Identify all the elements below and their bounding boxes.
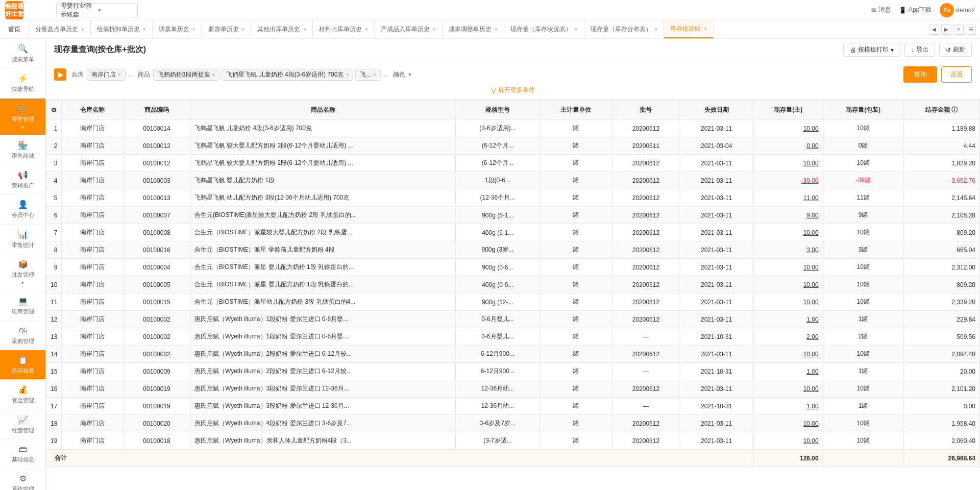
tab-pici[interactable]: 库存批次账 × (664, 20, 714, 38)
tab-close-icon[interactable]: × (365, 27, 368, 32)
settings-button[interactable]: 设置 (941, 66, 972, 83)
tab-close-icon[interactable]: × (575, 27, 578, 32)
tab-xianzun2[interactable]: 现存量（库存分布表） × (584, 20, 665, 38)
cell-qty[interactable]: 1.00 (754, 311, 823, 328)
user-avatar[interactable]: Ea demo2 (940, 3, 975, 17)
message-btn[interactable]: ✉ 消息 (871, 6, 891, 14)
tab-cailiao[interactable]: 材料出库单历史 × (313, 20, 375, 38)
tab-close-icon[interactable]: × (433, 27, 436, 32)
cell-qty[interactable]: 9.00 (754, 207, 823, 224)
table-row: 7 南岸门店 00100008 合生元（BIOSTIME）派星较大婴儿配方奶粉 … (46, 224, 980, 241)
filter-more-btn[interactable]: ... (128, 71, 133, 78)
cell-qty[interactable]: 10.00 (754, 259, 823, 276)
cell-qty[interactable]: 1.00 (754, 398, 823, 415)
sidebar-item-market[interactable]: 📢 营销推广 (0, 165, 45, 194)
filter-actions: 查询 设置 (903, 66, 972, 83)
print-button[interactable]: 🖨 按模板打印 ▾ (843, 43, 900, 57)
tab-yaohuo[interactable]: 要货单历史 × (202, 20, 252, 38)
th-setting[interactable]: ⚙ (46, 101, 62, 120)
cell-qty[interactable]: 10.00 (754, 346, 823, 363)
sidebar-item-purchase[interactable]: 🛍 采购管理 (0, 321, 45, 350)
sidebar-item-ops[interactable]: 📈 经营管理 (0, 410, 45, 439)
cell-amount: 2,060.40 (903, 432, 979, 450)
export-button[interactable]: ↓ 导出 (904, 43, 935, 57)
table-row: 5 南岸门店 00100013 飞鹤星飞帆 幼儿配方奶粉 3段(12-36个月幼… (46, 189, 980, 207)
sidebar-item-search[interactable]: 🔍 搜索菜单 (0, 39, 45, 68)
table-row: 12 南岸门店 00100002 惠氏启赋（Wyeth illuma）1段奶粉 … (46, 311, 980, 328)
header-actions: 🖨 按模板打印 ▾ ↓ 导出 ↺ 刷新 (843, 43, 972, 57)
cell-qty[interactable]: 10.00 (754, 155, 823, 172)
tab-close-icon[interactable]: × (242, 27, 245, 32)
sidebar-item-batch[interactable]: 📦 批发管理 ▾ (0, 254, 45, 291)
tab-menu-btn[interactable]: ☰ (966, 24, 976, 35)
cell-qty[interactable]: 10.00 (754, 380, 823, 398)
sidebar-item-quick[interactable]: ⚡ 快捷导航 (0, 68, 45, 98)
cell-spec: 900g (0-6... (456, 259, 540, 276)
tab-close-icon[interactable]: × (655, 27, 658, 32)
tab-close-icon[interactable]: × (495, 27, 498, 32)
warehouse-tag: 南岸门店 × (87, 69, 126, 81)
color-dropdown-icon: ▾ (408, 71, 411, 78)
cell-qty[interactable]: 1.00 (754, 363, 823, 380)
tab-close-icon[interactable]: × (303, 27, 306, 32)
expand-more-conditions-btn[interactable]: ⋁ 展开更多条件 (491, 86, 535, 94)
tab-close-icon[interactable]: × (704, 26, 707, 32)
cell-qty[interactable]: 10.00 (754, 432, 823, 450)
refresh-button[interactable]: ↺ 刷新 (939, 43, 972, 57)
cell-qty-pkg: 9罐 (823, 207, 903, 224)
tab-zuchai[interactable]: 组装拆卸单历史 × (91, 20, 153, 38)
cell-code: 00100016 (124, 241, 190, 259)
sidebar-item-ecom[interactable]: 💻 电商管理 (0, 291, 45, 321)
tab-qitachu[interactable]: 其他出库单历史 × (251, 20, 313, 38)
tag-close-icon[interactable]: × (118, 72, 121, 78)
cell-idx: 8 (46, 241, 62, 259)
sidebar-item-finance[interactable]: 💰 资金管理 (0, 380, 45, 409)
tab-chengben[interactable]: 成本调整单历史 × (443, 20, 504, 38)
cell-unit: 罐 (540, 276, 612, 293)
sidebar-item-base[interactable]: 🗃 基础信息 (0, 439, 45, 469)
tab-fenpan[interactable]: 分量盘点单历史 × (29, 20, 91, 38)
cell-qty[interactable]: 10.00 (754, 415, 823, 432)
cell-qty[interactable]: 10.00 (754, 276, 823, 293)
shop-icon: 🏪 (18, 140, 28, 150)
tab-prev-btn[interactable]: ◀ (929, 24, 939, 35)
tab-next-btn[interactable]: ▶ (941, 24, 951, 35)
cell-expire: 2021-10-31 (679, 328, 754, 346)
tab-diaochai[interactable]: 调拨单历史 × (153, 20, 202, 38)
sidebar-item-retail[interactable]: 🛒 零售管理 ▾ (0, 99, 45, 135)
sidebar-item-member[interactable]: 👤 会员中心 (0, 194, 45, 224)
tag-close-icon[interactable]: × (373, 72, 376, 78)
th-warehouse: 仓库名称 (62, 101, 124, 120)
app-download-btn[interactable]: 📱 App下载 (899, 6, 932, 14)
tag-close-icon[interactable]: × (346, 72, 349, 78)
filter-expand-button[interactable]: ▶ (54, 68, 66, 81)
filter-bottom: ⋁ 展开更多条件 (54, 86, 972, 94)
cell-batch: 20200612 (612, 224, 679, 241)
cell-name: 合生元（BIOSTIME）派星较大婴儿配方奶粉 2段 乳铁蛋... (190, 224, 455, 241)
cell-qty[interactable]: 0.00 (754, 137, 823, 155)
tab-close-icon[interactable]: × (143, 27, 146, 32)
query-button[interactable]: 查询 (903, 66, 937, 83)
cell-qty[interactable]: 10.00 (754, 293, 823, 311)
workspace-selector[interactable]: 母婴行业演示账套 ▾ (56, 3, 138, 17)
cell-qty[interactable]: 11.00 (754, 189, 823, 207)
cell-qty[interactable]: 10.00 (754, 224, 823, 241)
tab-close-icon[interactable]: × (81, 27, 84, 32)
product-filter-more[interactable]: ... (383, 71, 388, 78)
cell-qty[interactable]: 2.00 (754, 328, 823, 346)
cell-expire: 2021-03-11 (679, 224, 754, 241)
sidebar-item-inventory[interactable]: 📋 库存核算 (0, 350, 45, 380)
tag-close-icon[interactable]: × (212, 72, 215, 78)
cell-qty[interactable]: 3.00 (754, 241, 823, 259)
cell-expire: 2021-03-04 (679, 137, 754, 155)
sidebar-item-stat[interactable]: 📊 零售统计 (0, 225, 45, 254)
tab-chengpin[interactable]: 产成品入库单历史 × (375, 20, 443, 38)
tab-xianzun1[interactable]: 现存量（库存状况表） × (504, 20, 584, 38)
tab-home[interactable]: 首页 (0, 20, 29, 38)
sidebar-item-retshop[interactable]: 🏪 零售商城 (0, 135, 45, 165)
sidebar-item-sys[interactable]: ⚙ 系统管理 (0, 469, 45, 490)
tab-close-icon[interactable]: × (192, 27, 195, 32)
cell-amount: 1,958.40 (903, 415, 979, 432)
tab-close-all-btn[interactable]: × (953, 24, 964, 35)
cell-qty[interactable]: 10.00 (754, 120, 823, 137)
